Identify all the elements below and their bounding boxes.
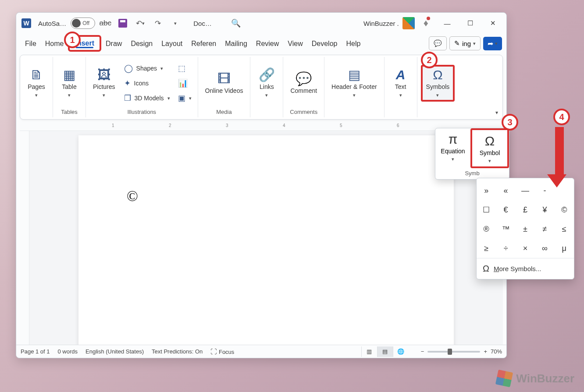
focus-mode-button[interactable]: ⛶ Focus <box>210 348 234 355</box>
tab-file[interactable]: File <box>21 35 41 51</box>
annotation-2: 2 <box>421 52 438 68</box>
symbol-button[interactable]: Ω Symbol ▾ <box>470 128 509 168</box>
tab-view[interactable]: View <box>283 35 307 51</box>
symbol-laquo[interactable]: « <box>496 181 515 200</box>
tab-design[interactable]: Design <box>126 35 157 51</box>
3d-models-button[interactable]: ❒3D Models▾ <box>121 92 173 105</box>
online-videos-button[interactable]: 🎞 Online Videos <box>202 71 247 96</box>
vertical-ruler[interactable] <box>20 131 29 345</box>
qat-more-icon[interactable]: ▾ <box>168 16 183 31</box>
text-icon: A <box>396 68 406 81</box>
document-content[interactable]: © <box>127 188 406 205</box>
document-page[interactable]: © <box>78 135 454 345</box>
table-button[interactable]: ▦ Table ▾ <box>57 67 82 99</box>
more-symbols-button[interactable]: Ω MMore Symbols...ore Symbols... <box>477 258 574 279</box>
strikethrough-icon[interactable]: abc <box>98 16 113 31</box>
icons-button[interactable]: ✦Icons <box>121 77 151 90</box>
close-button[interactable]: ✕ <box>483 16 503 31</box>
tab-help[interactable]: Help <box>342 35 365 51</box>
read-mode-button[interactable]: ▥ <box>361 346 377 357</box>
group-label-media: Media <box>216 109 231 117</box>
zoom-level[interactable]: 70% <box>491 348 502 355</box>
redo-icon[interactable]: ↷ <box>150 16 165 31</box>
links-button[interactable]: 🔗 Links ▾ <box>254 67 279 99</box>
status-words[interactable]: 0 words <box>58 348 78 355</box>
save-icon[interactable] <box>115 16 130 31</box>
symbol-raquo[interactable]: » <box>477 181 496 200</box>
autosave-toggle[interactable]: Off <box>71 18 95 29</box>
shapes-icon: ◯ <box>124 64 133 73</box>
group-label-tables: Tables <box>61 109 78 117</box>
search-icon[interactable]: 🔍 <box>231 18 241 28</box>
zoom-slider[interactable] <box>427 351 480 353</box>
symbol-times[interactable]: × <box>516 239 535 258</box>
shapes-button[interactable]: ◯Shapes▾ <box>121 62 166 75</box>
status-bar: Page 1 of 1 0 words English (United Stat… <box>16 345 506 358</box>
page-scroll[interactable]: © <box>29 131 503 345</box>
status-page[interactable]: Page 1 of 1 <box>21 348 50 355</box>
status-predictions[interactable]: Text Predictions: On <box>152 348 203 355</box>
symbol-box[interactable]: ☐ <box>477 200 496 219</box>
annotation-4: 4 <box>553 109 570 125</box>
tab-draw[interactable]: Draw <box>101 35 126 51</box>
ribbon-tabs: File Home Insert Draw Design Layout Refe… <box>16 34 506 53</box>
symbol-notequal[interactable]: ≠ <box>535 219 554 239</box>
undo-icon[interactable]: ↶▾ <box>133 16 148 31</box>
video-icon: 🎞 <box>217 72 231 85</box>
symbol-emdash[interactable]: — <box>516 181 535 200</box>
group-headerfooter: ▤ Header & Footer ▾ <box>324 57 385 117</box>
symbol-yen[interactable]: ¥ <box>535 200 554 219</box>
zoom-out-button[interactable]: − <box>421 348 424 355</box>
group-comments: 💬 Comment Comments <box>283 57 324 117</box>
symbol-euro[interactable]: € <box>496 200 515 219</box>
zoom-in-button[interactable]: + <box>484 348 487 355</box>
status-language[interactable]: English (United States) <box>85 348 144 355</box>
chart-icon: 📊 <box>178 78 188 88</box>
header-footer-button[interactable]: ▤ Header & Footer ▾ <box>328 67 381 99</box>
symbol-registered[interactable]: ® <box>477 219 496 239</box>
titlebar: W AutoSa… Off abc ↶▾ ↷ ▾ Doc… 🔍 WinBuzze… <box>16 13 506 34</box>
symbol-mu[interactable]: μ <box>555 239 574 258</box>
pictures-icon: 🖼 <box>97 68 110 81</box>
ribbon-collapse-icon[interactable]: ▾ <box>495 109 498 116</box>
premium-icon[interactable]: ♦ <box>424 18 428 29</box>
minimize-button[interactable]: — <box>437 16 457 31</box>
account-name[interactable]: WinBuzzer . <box>363 17 415 29</box>
symbol-plusminus[interactable]: ± <box>516 219 535 239</box>
maximize-button[interactable]: ☐ <box>460 16 480 31</box>
print-layout-button[interactable]: ▤ <box>377 346 393 357</box>
symbol-copyright[interactable]: © <box>555 200 574 219</box>
share-button[interactable]: ➦ ▾ <box>483 37 502 50</box>
tab-references[interactable]: Referen <box>187 35 221 51</box>
symbol-gte[interactable]: ≥ <box>477 239 496 258</box>
pictures-button[interactable]: 🖼 Pictures ▾ <box>89 67 119 99</box>
tab-developer[interactable]: Develop <box>307 35 342 51</box>
group-media: 🎞 Online Videos Media <box>198 57 251 117</box>
pages-button[interactable]: 🗎 Pages ▾ <box>24 67 49 99</box>
horizontal-ruler[interactable]: 1 2 3 4 5 6 <box>20 121 503 131</box>
omega-icon: Ω <box>485 134 495 148</box>
smartart-button[interactable]: ⬚ <box>175 62 188 75</box>
symbols-button[interactable]: Ω Symbols ▾ <box>421 65 455 101</box>
editing-mode-button[interactable]: ✎ ing ▾ <box>449 36 481 50</box>
symbol-lte[interactable]: ≤ <box>555 219 574 239</box>
tab-mailings[interactable]: Mailing <box>221 35 252 51</box>
symbol-pound[interactable]: £ <box>516 200 535 219</box>
symbol-infinity[interactable]: ∞ <box>535 239 554 258</box>
symbol-divide[interactable]: ÷ <box>496 239 515 258</box>
symbol-trademark[interactable]: ™ <box>496 219 515 239</box>
group-illustrations: 🖼 Pictures ▾ ◯Shapes▾ ✦Icons ❒3D Models▾… <box>86 57 198 117</box>
chart-button[interactable]: 📊 <box>175 77 190 90</box>
equation-button[interactable]: π Equation ▾ <box>435 128 470 168</box>
table-icon: ▦ <box>63 68 75 81</box>
screenshot-button[interactable]: ▣▾ <box>175 92 194 105</box>
zoom-control: − + 70% <box>421 348 502 355</box>
comment-button[interactable]: 💬 Comment <box>287 71 320 96</box>
tab-layout[interactable]: Layout <box>157 35 187 51</box>
account-avatar-icon <box>402 17 415 29</box>
web-layout-button[interactable]: 🌐 <box>393 346 409 357</box>
comments-pane-button[interactable]: 💬 <box>429 36 447 50</box>
group-text: A Text ▾ <box>385 57 417 117</box>
text-button[interactable]: A Text ▾ <box>388 67 413 99</box>
tab-review[interactable]: Review <box>252 35 283 51</box>
